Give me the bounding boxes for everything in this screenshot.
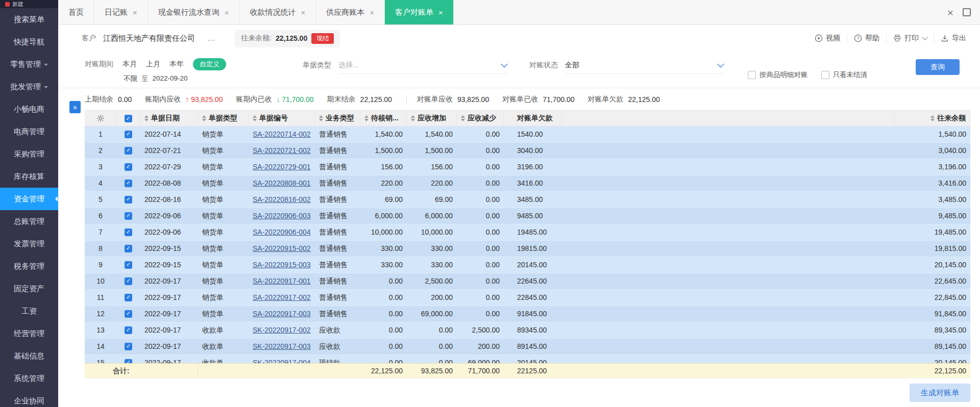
table-row[interactable]: 32022-07-29销货单SA-20220729-001普通销售156.001…: [85, 159, 970, 175]
row-checkbox-checked[interactable]: [125, 326, 132, 334]
table-row[interactable]: 142022-09-17收款单SK-20220917-003应收款0.000.0…: [85, 339, 970, 355]
period-option-2[interactable]: 上月: [146, 60, 160, 69]
column-header-date[interactable]: 单据日期: [140, 111, 198, 126]
period-option-1[interactable]: 本月: [122, 60, 137, 69]
table-row[interactable]: 42022-08-08销货单SA-20220808-001普通销售220.002…: [85, 175, 970, 192]
sidebar-item-18[interactable]: 企业协同: [0, 390, 58, 407]
query-button[interactable]: 查询: [916, 59, 960, 75]
sidebar-item-16[interactable]: 基础信息: [0, 345, 58, 367]
column-settings-button[interactable]: [85, 111, 116, 126]
column-header-type[interactable]: 单据类型: [198, 111, 249, 126]
sidebar-item-14[interactable]: 工资: [0, 300, 58, 322]
tab-3[interactable]: 现金银行流水查询×: [148, 0, 240, 24]
sidebar-item-5[interactable]: 小畅电商: [0, 98, 58, 120]
sidebar-item-6[interactable]: 电商管理: [0, 120, 58, 143]
tab-1[interactable]: 首页: [58, 0, 94, 24]
table-row[interactable]: 82022-09-15销货单SA-20220915-002普通销售330.003…: [85, 241, 970, 257]
help-button[interactable]: ? 帮助: [847, 34, 886, 43]
row-checkbox-checked[interactable]: [125, 310, 132, 318]
customer-lookup-button[interactable]: …: [207, 34, 216, 43]
table-row[interactable]: 62022-09-06销货单SA-20220906-003普通销售6,000.0…: [85, 208, 970, 224]
doc-no-link[interactable]: SK-20220917-002: [253, 326, 311, 334]
table-row[interactable]: 132022-09-17收款单SK-20220917-002应收款0.000.0…: [85, 322, 970, 339]
doc-no-link[interactable]: SA-20220906-004: [253, 228, 311, 236]
sidebar-item-1[interactable]: 搜索菜单: [0, 8, 58, 31]
period-option-4[interactable]: 自定义: [193, 58, 226, 70]
sidebar-item-8[interactable]: 库存核算: [0, 165, 58, 188]
period-option-3[interactable]: 本年: [169, 60, 184, 69]
table-row[interactable]: 112022-09-17销货单SA-20220917-002普通销售0.0020…: [85, 290, 970, 306]
sidebar-item-10[interactable]: 总账管理: [0, 210, 58, 233]
row-checkbox-checked[interactable]: [125, 147, 132, 155]
customer-name-field[interactable]: 江西恒天地产有限责任公司: [103, 34, 195, 43]
column-header-doc[interactable]: 单据编号: [249, 111, 315, 126]
doc-no-link[interactable]: SA-20220906-003: [253, 212, 311, 220]
sidebar-item-2[interactable]: 快捷导航: [0, 31, 58, 53]
close-tab-icon[interactable]: ×: [438, 8, 443, 17]
table-row[interactable]: 72022-09-06销货单SA-20220906-004普通销售10,000.…: [85, 224, 970, 241]
sidebar-item-7[interactable]: 采购管理: [0, 143, 58, 165]
table-row[interactable]: 92022-09-15销货单SA-20220915-003普通销售330.003…: [85, 257, 970, 273]
row-checkbox-checked[interactable]: [125, 163, 132, 171]
doc-no-link[interactable]: SA-20220816-002: [253, 195, 311, 204]
doc-no-link[interactable]: SA-20220915-002: [253, 244, 311, 252]
checkbox-unchecked-icon[interactable]: [821, 71, 829, 79]
row-checkbox-checked[interactable]: [125, 228, 132, 236]
tab-5[interactable]: 供应商账本×: [316, 0, 385, 24]
row-checkbox-checked[interactable]: [125, 196, 132, 204]
doc-no-link[interactable]: SA-20220917-001: [253, 277, 311, 285]
close-tab-icon[interactable]: ×: [133, 8, 137, 17]
range-from-value[interactable]: 不限: [124, 74, 137, 84]
doc-no-link[interactable]: SK-20220917-004: [253, 359, 311, 363]
detail-checkbox-option[interactable]: 按商品明细对账: [748, 58, 808, 88]
column-header-biz[interactable]: 业务类型: [315, 111, 360, 126]
close-all-tabs-icon[interactable]: ×: [947, 7, 953, 18]
close-tab-icon[interactable]: ×: [301, 8, 306, 17]
tab-6[interactable]: 客户对账单×: [385, 0, 454, 24]
row-checkbox-checked[interactable]: [125, 180, 132, 187]
sidebar-item-13[interactable]: 固定资产: [0, 277, 58, 300]
table-row[interactable]: 122022-09-17销货单SA-20220917-003普通销售0.0069…: [85, 306, 970, 322]
doc-type-dropdown[interactable]: 选择...: [338, 61, 507, 74]
expand-panel-handle[interactable]: »: [69, 101, 81, 113]
doc-no-link[interactable]: SA-20220808-001: [253, 179, 311, 187]
column-header-dec[interactable]: 应收减少: [457, 111, 504, 126]
doc-no-link[interactable]: SA-20220917-003: [253, 310, 311, 318]
tab-4[interactable]: 收款情况统计×: [240, 0, 316, 24]
sidebar-item-9[interactable]: 资金管理: [0, 188, 58, 210]
column-header-pend[interactable]: 待核销...: [360, 111, 407, 126]
doc-no-link[interactable]: SA-20220721-002: [253, 146, 311, 155]
column-header-inc[interactable]: 应收增加: [407, 111, 457, 126]
sidebar-item-11[interactable]: 发票管理: [0, 233, 58, 255]
doc-no-link[interactable]: SA-20220915-003: [253, 261, 311, 269]
table-row[interactable]: 152022-09-17收款单SK-20220917-004现结款0.000.0…: [85, 355, 970, 363]
print-button[interactable]: 打印: [886, 34, 934, 43]
column-header-bal[interactable]: 往来余额: [895, 111, 970, 126]
row-checkbox-checked[interactable]: [125, 343, 132, 350]
select-all-checkbox[interactable]: [125, 115, 132, 122]
doc-no-link[interactable]: SA-20220714-002: [253, 130, 311, 138]
row-checkbox-checked[interactable]: [125, 294, 132, 301]
generate-statement-button[interactable]: 生成对账单: [910, 384, 970, 402]
sidebar-item-17[interactable]: 系统管理: [0, 367, 58, 390]
row-checkbox-checked[interactable]: [125, 212, 132, 220]
close-tab-icon[interactable]: ×: [370, 8, 374, 17]
row-checkbox-checked[interactable]: [125, 261, 132, 269]
table-row[interactable]: 102022-09-17销货单SA-20220917-001普通销售0.002,…: [85, 273, 970, 290]
video-button[interactable]: 视频: [808, 34, 847, 43]
doc-no-link[interactable]: SA-20220917-002: [253, 293, 311, 301]
fullscreen-icon[interactable]: [963, 8, 971, 16]
sidebar-item-4[interactable]: 批发管理: [0, 75, 58, 98]
row-checkbox-checked[interactable]: [125, 359, 132, 363]
doc-no-link[interactable]: SK-20220917-003: [253, 342, 311, 350]
checkbox-unchecked-icon[interactable]: [748, 71, 756, 79]
table-row[interactable]: 22022-07-21销货单SA-20220721-002普通销售1,500.0…: [85, 143, 970, 159]
export-button[interactable]: 导出: [934, 34, 973, 43]
row-checkbox-checked[interactable]: [125, 245, 132, 252]
doc-no-link[interactable]: SA-20220729-001: [253, 163, 311, 171]
sidebar-top-item[interactable]: 新建: [0, 0, 58, 8]
table-row[interactable]: 52022-08-16销货单SA-20220816-002普通销售69.0069…: [85, 192, 970, 208]
tab-2[interactable]: 日记账×: [94, 0, 148, 24]
sidebar-item-3[interactable]: 零售管理: [0, 53, 58, 75]
sidebar-item-15[interactable]: 经营管理: [0, 322, 58, 345]
